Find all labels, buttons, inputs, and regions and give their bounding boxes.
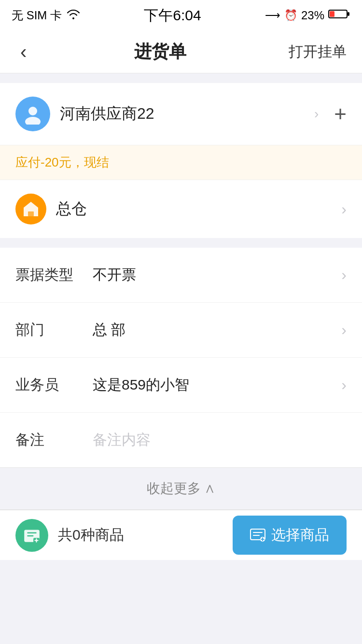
supplier-name: 河南供应商22 [60, 103, 314, 125]
svg-rect-1 [330, 11, 334, 17]
section-gap-2 [0, 238, 362, 248]
svg-rect-5 [28, 211, 34, 216]
warehouse-row[interactable]: 总仓 › [0, 180, 362, 238]
salesperson-row[interactable]: 业务员 这是859的小智 › [0, 358, 362, 413]
remark-label: 备注 [15, 430, 73, 450]
department-value: 总 部 [73, 320, 341, 340]
department-label: 部门 [15, 320, 73, 340]
warehouse-icon [15, 194, 46, 224]
supplier-chevron-icon: › [314, 106, 319, 122]
invoice-type-row[interactable]: 票据类型 不开票 › [0, 248, 362, 303]
collapse-text: 收起更多 ∧ [147, 479, 216, 498]
battery-text: 23% [301, 9, 324, 22]
warehouse-chevron-icon: › [341, 200, 347, 218]
status-right: ⟶ ⏰ 23% [265, 9, 350, 22]
notice-text: 应付-20元，现结 [15, 155, 109, 169]
status-time: 下午6:04 [144, 6, 201, 26]
svg-point-4 [25, 117, 41, 125]
warehouse-name: 总仓 [56, 198, 341, 220]
department-chevron-icon: › [341, 321, 347, 339]
add-supplier-button[interactable]: + [334, 103, 347, 125]
svg-rect-2 [348, 12, 349, 16]
open-pending-button[interactable]: 打开挂单 [289, 42, 347, 62]
invoice-type-label: 票据类型 [15, 265, 73, 285]
remark-row[interactable]: 备注 备注内容 [0, 413, 362, 467]
notice-bar: 应付-20元，现结 [0, 145, 362, 180]
location-icon: ⟶ [265, 9, 280, 22]
empty-content-area [0, 560, 362, 644]
status-bar: 无 SIM 卡 下午6:04 ⟶ ⏰ 23% [0, 0, 362, 31]
svg-point-3 [28, 107, 37, 115]
select-product-label: 选择商品 [271, 525, 329, 545]
nav-bar: ‹ 进货单 打开挂单 [0, 31, 362, 73]
salesperson-value: 这是859的小智 [73, 375, 341, 395]
section-gap-1 [0, 73, 362, 83]
alarm-icon: ⏰ [284, 9, 297, 22]
collapse-button[interactable]: 收起更多 ∧ [0, 467, 362, 510]
salesperson-label: 业务员 [15, 375, 73, 395]
wifi-icon [67, 9, 80, 22]
supplier-row[interactable]: 河南供应商22 › + [0, 83, 362, 145]
invoice-type-value: 不开票 [73, 265, 341, 285]
back-button[interactable]: ‹ [15, 36, 31, 68]
supplier-section: 河南供应商22 › + 应付-20元，现结 总仓 › [0, 83, 362, 238]
battery-icon [328, 9, 350, 22]
product-count-text: 共0种商品 [58, 525, 233, 545]
select-product-button[interactable]: 选择商品 [233, 516, 347, 555]
bottom-bar: 共0种商品 选择商品 [0, 510, 362, 560]
form-section: 票据类型 不开票 › 部门 总 部 › 业务员 这是859的小智 › 备注 备注… [0, 248, 362, 467]
page-title: 进货单 [134, 40, 186, 64]
status-left: 无 SIM 卡 [12, 8, 80, 23]
carrier-text: 无 SIM 卡 [12, 8, 62, 23]
product-icon [15, 519, 48, 552]
remark-input[interactable]: 备注内容 [73, 430, 347, 450]
supplier-avatar [15, 97, 50, 131]
invoice-type-chevron-icon: › [341, 266, 347, 284]
salesperson-chevron-icon: › [341, 376, 347, 394]
department-row[interactable]: 部门 总 部 › [0, 303, 362, 358]
